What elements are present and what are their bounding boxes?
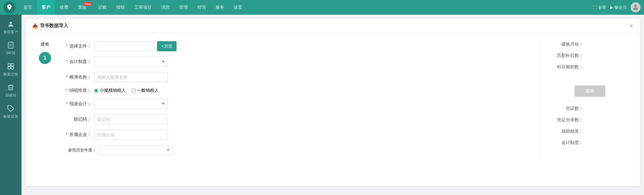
sidebar-item-account-migration[interactable]: 账套迁移 xyxy=(1,60,21,79)
close-button[interactable]: × xyxy=(630,23,633,29)
month-label: 建账月份： xyxy=(553,41,583,47)
browse-button[interactable]: +浏览 xyxy=(157,41,177,51)
create-account-button[interactable]: 建账 xyxy=(575,85,605,97)
nav-tax[interactable]: 报税 xyxy=(111,0,130,15)
month-row: 建账月份： xyxy=(553,41,627,47)
ledger-name-input[interactable] xyxy=(94,72,168,82)
nav-items: 首页 客户 收费 票据 new 记账 报税 工商项目 消息 管理 经营 服务 设… xyxy=(19,0,593,15)
sidebar-item-trash[interactable]: 回收站 xyxy=(1,81,21,101)
company-row: * 所属企业： xyxy=(64,130,539,140)
info-panel: 建账月份： 匹配科目数： 科目期初数： 建账 凭证 xyxy=(539,41,627,155)
nav-right: ⛶ 全屏 ▶ 畅会员 xyxy=(593,2,641,12)
match-row: 匹配科目数： xyxy=(553,53,627,59)
vip-label: 畅会员 xyxy=(614,5,627,10)
form-fields: * 选择文件： +浏览 * 会计制度： xyxy=(64,41,539,155)
company-input[interactable] xyxy=(94,130,168,140)
vip-icon: ▶ xyxy=(610,5,613,10)
step-indicator: 建账 1 xyxy=(39,41,64,155)
import-panel: 📥 导爷数据导入 × 建账 1 * 选择文 xyxy=(26,19,640,186)
sidebar-item-declarations[interactable]: 0申报 xyxy=(1,39,21,58)
voucher-entry-label: 凭证分录数： xyxy=(553,117,583,123)
panel-title: 📥 导爷数据导入 xyxy=(32,23,68,29)
import-icon: 📥 xyxy=(32,23,38,28)
sidebar-item-tag-settings[interactable]: 标签设置 xyxy=(1,102,21,122)
migration-icon xyxy=(7,62,15,70)
form-container: 建账 1 * 选择文件： +浏览 xyxy=(26,33,640,163)
ledger-name-label: * 账簿名称： xyxy=(64,74,91,80)
nav-service[interactable]: 服务 xyxy=(211,0,229,15)
accountant-select[interactable] xyxy=(94,99,168,109)
match-label: 匹配科目数： xyxy=(553,53,583,59)
fullscreen-label: 全屏 xyxy=(598,5,606,10)
tax-type-row: * 纳税性质： 小规模纳税人 一般纳税人 xyxy=(64,87,539,93)
accountant-row: * 指派会计： xyxy=(64,99,539,109)
step-label: 建账 xyxy=(41,41,49,47)
history-year-select[interactable] xyxy=(99,145,173,155)
app-logo xyxy=(3,1,15,13)
fullscreen-icon: ⛶ xyxy=(593,5,597,10)
trash-icon xyxy=(7,83,15,91)
file-row: * 选择文件： +浏览 xyxy=(64,41,539,51)
vip-button[interactable]: ▶ 畅会员 xyxy=(610,5,627,10)
sidebar-label: 0申报 xyxy=(6,51,15,56)
fullscreen-button[interactable]: ⛶ 全屏 xyxy=(593,5,606,10)
nav-message[interactable]: 消息 xyxy=(156,0,175,15)
new-badge: new xyxy=(84,2,92,6)
aux-row: 辅助核算： xyxy=(553,128,627,134)
memo-input[interactable] xyxy=(94,114,168,124)
accounting-system-row: * 会计制度： xyxy=(64,57,539,67)
svg-point-0 xyxy=(634,5,637,7)
svg-point-1 xyxy=(9,22,12,24)
history-year-row: 参照历史年度： xyxy=(64,145,539,155)
main-layout: 全部客户 0申报 账套迁移 xyxy=(0,15,644,195)
aux-label: 辅助核算： xyxy=(553,128,583,134)
sidebar-label: 账套迁移 xyxy=(3,72,18,77)
system-row: 会计制度： xyxy=(553,140,627,146)
nav-management[interactable]: 管理 xyxy=(175,0,193,15)
nav-operation[interactable]: 经营 xyxy=(193,0,211,15)
accounting-system-label: * 会计制度： xyxy=(64,59,91,65)
accountant-label: * 指派会计： xyxy=(64,101,91,107)
nav-accounting[interactable]: 记账 xyxy=(93,0,111,15)
sidebar-label: 回收站 xyxy=(5,93,16,98)
avatar[interactable] xyxy=(631,2,641,12)
person-icon xyxy=(7,20,15,28)
memo-row: 助记码： xyxy=(64,114,539,124)
nav-billing[interactable]: 收费 xyxy=(55,0,73,15)
tax-radio-group: 小规模纳税人 一般纳税人 xyxy=(94,87,159,93)
file-label: * 选择文件： xyxy=(64,43,91,49)
general-tax-option[interactable]: 一般纳税人 xyxy=(131,87,159,93)
svg-rect-6 xyxy=(8,64,10,66)
nav-bizproject[interactable]: 工商项目 xyxy=(130,0,156,15)
top-navigation: 首页 客户 收费 票据 new 记账 报税 工商项目 消息 管理 经营 服务 设… xyxy=(0,0,644,15)
small-tax-option[interactable]: 小规模纳税人 xyxy=(94,87,126,93)
initial-label: 科目期初数： xyxy=(553,64,583,70)
voucher-entry-row: 凭证分录数： xyxy=(553,117,627,123)
tag-icon xyxy=(7,105,15,113)
svg-rect-7 xyxy=(11,64,13,66)
company-label: * 所属企业： xyxy=(64,132,91,138)
panel-header: 📥 导爷数据导入 × xyxy=(26,19,640,33)
step-badge: 1 xyxy=(39,52,51,64)
svg-rect-8 xyxy=(8,67,10,69)
declaration-icon xyxy=(7,41,15,49)
accounting-system-select[interactable] xyxy=(94,57,168,67)
sidebar-item-all-clients[interactable]: 全部客户 xyxy=(1,17,21,37)
nav-home[interactable]: 首页 xyxy=(19,0,37,15)
nav-invoice[interactable]: 票据 new xyxy=(73,0,93,15)
sidebar-label: 全部客户 xyxy=(3,29,18,35)
tax-type-label: * 纳税性质： xyxy=(64,87,91,93)
file-input[interactable] xyxy=(94,41,154,51)
content-area: 📥 导爷数据导入 × 建账 1 * 选择文 xyxy=(21,15,644,195)
sidebar: 全部客户 0申报 账套迁移 xyxy=(0,15,21,195)
nav-customer[interactable]: 客户 xyxy=(37,0,55,15)
svg-rect-9 xyxy=(11,67,13,69)
nav-settings[interactable]: 设置 xyxy=(229,0,247,15)
voucher-count-row: 凭证数： xyxy=(553,106,627,112)
history-year-label: 参照历史年度： xyxy=(64,147,96,153)
ledger-name-row: * 账簿名称： xyxy=(64,72,539,82)
initial-row: 科目期初数： xyxy=(553,64,627,70)
memo-label: 助记码： xyxy=(64,116,91,122)
voucher-count-label: 凭证数： xyxy=(553,106,583,112)
sidebar-label: 标签设置 xyxy=(3,114,18,119)
